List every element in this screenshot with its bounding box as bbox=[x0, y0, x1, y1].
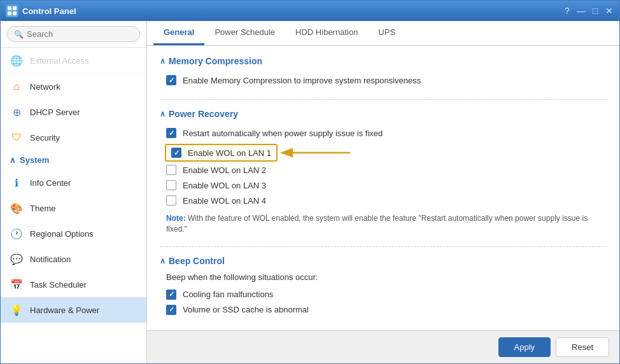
wol-lan1-label: Enable WOL on LAN 1 bbox=[188, 148, 271, 158]
hardware-power-icon: 💡 bbox=[10, 303, 24, 317]
sidebar-label-theme: Theme bbox=[30, 204, 55, 213]
sidebar-label-info-center: Info Center bbox=[30, 178, 71, 188]
close-button[interactable]: ✕ bbox=[604, 6, 614, 16]
sidebar: 🔍 🌐 External Access ⌂ Network ⊕ DHCP Ser… bbox=[1, 21, 147, 363]
cooling-fan-row: ✓ Cooling fan malfunctions bbox=[166, 287, 607, 302]
titlebar-left: Control Panel bbox=[6, 4, 76, 17]
tab-hdd-hibernation[interactable]: HDD Hibernation bbox=[285, 21, 368, 45]
search-box: 🔍 bbox=[7, 26, 140, 42]
sidebar-item-dhcp[interactable]: ⊕ DHCP Server bbox=[1, 99, 146, 125]
sidebar-label-security: Security bbox=[30, 133, 60, 143]
panel-content: ∧ Memory Compression ✓ Enable Memory Com… bbox=[147, 46, 619, 330]
content-area: 🔍 🌐 External Access ⌂ Network ⊕ DHCP Ser… bbox=[1, 21, 619, 363]
section-divider-2 bbox=[160, 246, 607, 247]
sidebar-label-network: Network bbox=[30, 82, 60, 92]
beep-control-section: ∧ Beep Control Beep when the following s… bbox=[160, 256, 607, 318]
wol-lan1-row: ✓ Enable WOL on LAN 1 bbox=[165, 144, 278, 162]
wol-lan3-label: Enable WOL on LAN 3 bbox=[183, 181, 266, 190]
sidebar-item-info-center[interactable]: ℹ Info Center bbox=[1, 170, 146, 195]
enable-memory-compression-checkbox[interactable]: ✓ bbox=[166, 75, 176, 85]
sidebar-label-hardware-power: Hardware & Power bbox=[30, 305, 99, 315]
window-title: Control Panel bbox=[22, 6, 76, 16]
restart-auto-label: Restart automatically when power supply … bbox=[183, 129, 383, 138]
wol-lan2-checkbox[interactable] bbox=[166, 165, 176, 175]
note-content: With the feature of WOL enabled, the sys… bbox=[166, 214, 588, 234]
cooling-fan-checkbox[interactable]: ✓ bbox=[166, 290, 176, 300]
beep-control-header: ∧ Beep Control bbox=[160, 256, 607, 266]
tab-ups[interactable]: UPS bbox=[368, 21, 405, 45]
wol-lan3-checkbox[interactable] bbox=[166, 180, 176, 190]
minimize-button[interactable]: — bbox=[576, 6, 586, 16]
memory-compression-section: ∧ Memory Compression ✓ Enable Memory Com… bbox=[160, 56, 607, 88]
enable-memory-compression-row: ✓ Enable Memory Compression to improve s… bbox=[166, 73, 607, 88]
wol-lan1-checkbox[interactable]: ✓ bbox=[171, 148, 181, 158]
sidebar-item-regional[interactable]: 🕐 Regional Options bbox=[1, 221, 146, 246]
sidebar-nav: 🌐 External Access ⌂ Network ⊕ DHCP Serve… bbox=[1, 48, 146, 363]
wol-note: Note: With the feature of WOL enabled, t… bbox=[166, 213, 600, 235]
power-recovery-header: ∧ Power Recovery bbox=[160, 109, 607, 119]
chevron-icon-3: ∧ bbox=[160, 256, 166, 265]
footer: Apply Reset bbox=[147, 330, 619, 363]
note-label: Note: bbox=[166, 214, 186, 223]
wol-lan4-label: Enable WOL on LAN 4 bbox=[183, 196, 266, 206]
task-scheduler-icon: 📅 bbox=[10, 277, 24, 291]
regional-icon: 🕐 bbox=[10, 227, 24, 241]
app-icon bbox=[6, 4, 18, 17]
sidebar-item-notification[interactable]: 💬 Notification bbox=[1, 246, 146, 272]
apply-button[interactable]: Apply bbox=[498, 337, 551, 357]
system-section-label: System bbox=[20, 155, 49, 165]
sidebar-item-task-scheduler[interactable]: 📅 Task Scheduler bbox=[1, 272, 146, 297]
svg-rect-0 bbox=[8, 6, 11, 10]
wol-lan2-row: Enable WOL on LAN 2 bbox=[166, 162, 607, 178]
svg-rect-1 bbox=[13, 6, 17, 10]
external-access-icon: 🌐 bbox=[10, 53, 24, 67]
volume-ssd-row: ✓ Volume or SSD cache is abnormal bbox=[166, 302, 607, 318]
sidebar-item-security[interactable]: 🛡 Security bbox=[1, 125, 146, 150]
cooling-fan-label: Cooling fan malfunctions bbox=[183, 290, 273, 299]
wol-lan4-checkbox[interactable] bbox=[166, 195, 176, 206]
arrow-indicator bbox=[280, 143, 356, 162]
svg-rect-3 bbox=[13, 11, 17, 15]
sidebar-item-external-access[interactable]: 🌐 External Access bbox=[1, 48, 146, 74]
wol-lan3-row: Enable WOL on LAN 3 bbox=[166, 178, 607, 193]
restart-auto-row: ✓ Restart automatically when power suppl… bbox=[166, 125, 607, 141]
memory-compression-title: Memory Compression bbox=[169, 56, 262, 66]
help-button[interactable]: ? bbox=[562, 6, 572, 16]
dhcp-icon: ⊕ bbox=[10, 105, 24, 119]
search-icon: 🔍 bbox=[14, 30, 24, 39]
sidebar-label-dhcp: DHCP Server bbox=[30, 108, 80, 117]
maximize-button[interactable]: □ bbox=[590, 6, 600, 16]
volume-ssd-checkbox[interactable]: ✓ bbox=[166, 305, 176, 315]
security-icon: 🛡 bbox=[10, 130, 24, 144]
window-controls: ? — □ ✕ bbox=[562, 6, 614, 16]
power-recovery-title: Power Recovery bbox=[169, 109, 238, 119]
checkmark-icon-5: ✓ bbox=[169, 305, 174, 314]
tab-general[interactable]: General bbox=[153, 21, 204, 45]
restart-auto-checkbox[interactable]: ✓ bbox=[166, 128, 176, 138]
sidebar-header: 🔍 bbox=[1, 21, 146, 48]
sidebar-item-hardware-power[interactable]: 💡 Hardware & Power bbox=[1, 297, 146, 323]
beep-control-intro: Beep when the following situations occur… bbox=[166, 272, 607, 282]
sidebar-label-task-scheduler: Task Scheduler bbox=[30, 280, 87, 290]
reset-button[interactable]: Reset bbox=[556, 337, 609, 357]
sidebar-label-notification: Notification bbox=[30, 255, 71, 264]
sidebar-item-theme[interactable]: 🎨 Theme bbox=[1, 195, 146, 221]
search-input[interactable] bbox=[27, 29, 109, 39]
sidebar-item-network[interactable]: ⌂ Network bbox=[1, 74, 146, 99]
wol-lan4-row: Enable WOL on LAN 4 bbox=[166, 193, 607, 208]
info-center-icon: ℹ bbox=[10, 176, 24, 190]
notification-icon: 💬 bbox=[10, 252, 24, 266]
checkmark-icon-4: ✓ bbox=[169, 290, 174, 298]
enable-memory-compression-label: Enable Memory Compression to improve sys… bbox=[183, 76, 421, 85]
chevron-down-icon: ∧ bbox=[10, 155, 16, 165]
tab-power-schedule[interactable]: Power Schedule bbox=[204, 21, 285, 45]
section-divider-1 bbox=[160, 99, 607, 100]
theme-icon: 🎨 bbox=[10, 201, 24, 215]
chevron-icon-2: ∧ bbox=[160, 109, 166, 118]
svg-rect-2 bbox=[8, 11, 11, 15]
memory-compression-header: ∧ Memory Compression bbox=[160, 56, 607, 66]
checkmark-icon: ✓ bbox=[169, 76, 174, 85]
sidebar-section-system[interactable]: ∧ System bbox=[1, 150, 146, 170]
checkmark-icon-3: ✓ bbox=[174, 149, 180, 157]
sidebar-item-label: External Access bbox=[30, 56, 89, 66]
